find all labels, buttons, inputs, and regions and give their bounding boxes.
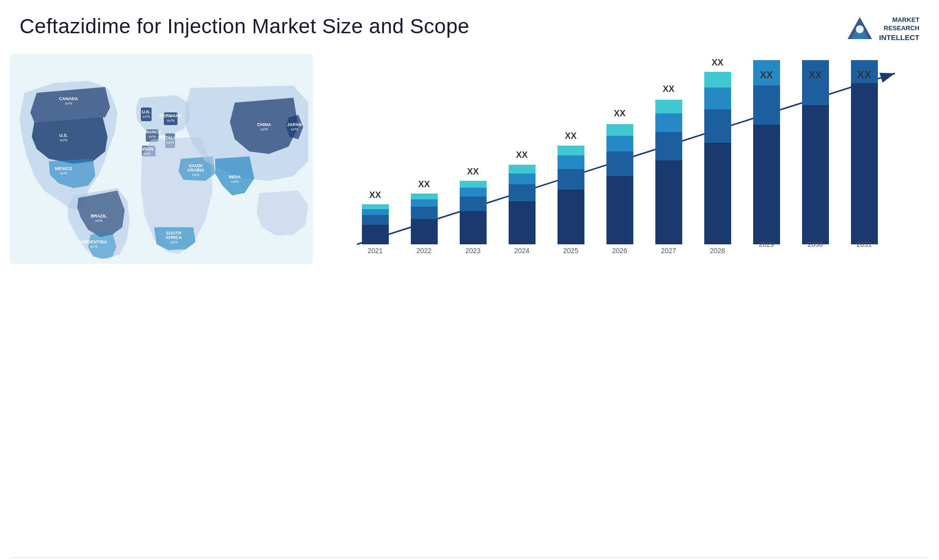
svg-rect-58 <box>655 132 682 160</box>
svg-rect-36 <box>460 181 487 188</box>
svg-rect-27 <box>411 219 438 244</box>
svg-rect-45 <box>558 190 584 244</box>
canada-label: CANADA <box>59 96 78 101</box>
year-2021: 2021 <box>367 247 382 255</box>
svg-rect-47 <box>558 155 584 169</box>
svg-text:xx%: xx% <box>170 240 177 244</box>
svg-rect-51 <box>606 176 633 244</box>
svg-rect-60 <box>655 100 682 113</box>
us-label: U.S. <box>59 133 68 138</box>
svg-text:xx%: xx% <box>95 218 102 223</box>
svg-text:ARABIA: ARABIA <box>187 168 204 172</box>
section-divider <box>10 558 929 558</box>
svg-text:xx%: xx% <box>143 151 150 156</box>
svg-rect-39 <box>509 201 536 244</box>
svg-rect-54 <box>606 124 633 136</box>
svg-rect-48 <box>558 146 584 155</box>
svg-rect-59 <box>655 113 682 132</box>
world-map: CANADA xx% U.S. xx% MEXICO xx% BRAZIL xx… <box>10 54 313 264</box>
bar-2021-s1 <box>362 225 389 244</box>
svg-text:2031: 2031 <box>856 240 872 248</box>
svg-text:xx%: xx% <box>90 244 97 249</box>
svg-text:XX: XX <box>712 59 723 67</box>
svg-rect-52 <box>606 151 633 176</box>
svg-text:2029: 2029 <box>759 240 774 248</box>
svg-text:xx%: xx% <box>167 118 174 123</box>
mexico-label: MEXICO <box>55 166 72 171</box>
logo-icon <box>845 15 874 44</box>
svg-text:2025: 2025 <box>563 247 578 255</box>
svg-rect-63 <box>704 143 731 244</box>
svg-rect-57 <box>655 160 682 244</box>
svg-text:XX: XX <box>614 108 626 118</box>
logo-area: MARKET RESEARCH INTELLECT <box>845 15 920 44</box>
svg-rect-28 <box>411 207 438 219</box>
svg-text:XX: XX <box>809 69 822 80</box>
svg-text:2022: 2022 <box>416 247 431 255</box>
svg-text:xx%: xx% <box>192 172 199 177</box>
svg-rect-30 <box>411 194 438 199</box>
bar-2021-s3 <box>362 209 389 215</box>
svg-rect-70 <box>753 86 780 125</box>
svg-rect-69 <box>753 125 780 244</box>
svg-rect-66 <box>704 72 731 87</box>
svg-text:xx%: xx% <box>231 179 238 184</box>
italy-label: ITALY <box>164 135 177 140</box>
svg-text:XX: XX <box>760 69 773 80</box>
top-content: CANADA xx% U.S. xx% MEXICO xx% BRAZIL xx… <box>0 54 939 555</box>
svg-rect-35 <box>460 188 487 196</box>
svg-text:XX: XX <box>663 84 674 94</box>
svg-text:XX: XX <box>857 68 872 81</box>
svg-rect-41 <box>509 173 536 184</box>
germany-label: GERMANY <box>159 113 182 118</box>
svg-text:2028: 2028 <box>710 247 725 255</box>
growth-chart: XX 2021 XX 2022 XX 2023 <box>333 59 919 264</box>
svg-text:AFRICA: AFRICA <box>165 235 182 240</box>
svg-text:xx%: xx% <box>142 114 150 119</box>
logo-text: MARKET RESEARCH INTELLECT <box>879 16 920 42</box>
svg-rect-76 <box>851 83 878 244</box>
svg-text:xx%: xx% <box>260 127 268 131</box>
svg-text:XX: XX <box>418 179 430 189</box>
svg-rect-74 <box>802 60 829 105</box>
brazil-label: BRAZIL <box>91 214 107 218</box>
map-section: CANADA xx% U.S. xx% MEXICO xx% BRAZIL xx… <box>10 54 313 555</box>
svg-text:XX: XX <box>516 150 528 160</box>
svg-text:xx%: xx% <box>291 127 298 131</box>
svg-rect-34 <box>460 196 487 211</box>
chart-section: XX 2021 XX 2022 XX 2023 <box>323 54 929 555</box>
svg-text:XX: XX <box>467 167 479 176</box>
svg-text:2023: 2023 <box>465 247 480 255</box>
bar-2021-label: XX <box>369 190 381 200</box>
india-label: INDIA <box>229 174 241 179</box>
page-title: Ceftazidime for Injection Market Size an… <box>20 15 470 38</box>
svg-text:xx%: xx% <box>148 134 156 139</box>
svg-text:xx%: xx% <box>65 101 72 106</box>
svg-text:xx%: xx% <box>60 138 67 142</box>
bar-2021-s4 <box>362 204 389 209</box>
svg-rect-40 <box>509 184 536 201</box>
bar-2021-s2 <box>362 215 389 225</box>
svg-rect-73 <box>802 105 829 244</box>
argentina-label: ARGENTINA <box>81 239 107 244</box>
japan-label: JAPAN <box>287 122 302 127</box>
svg-rect-64 <box>704 109 731 143</box>
svg-text:2030: 2030 <box>807 240 823 248</box>
svg-rect-42 <box>509 165 536 173</box>
svg-rect-33 <box>460 211 487 244</box>
svg-text:XX: XX <box>565 131 577 141</box>
svg-rect-29 <box>411 199 438 207</box>
svg-point-2 <box>856 25 864 33</box>
svg-text:xx%: xx% <box>166 140 174 145</box>
header: Ceftazidime for Injection Market Size an… <box>0 0 939 54</box>
svg-text:xx%: xx% <box>60 171 67 175</box>
spain-label: SPAIN <box>140 147 154 151</box>
svg-text:2024: 2024 <box>514 247 529 255</box>
svg-rect-53 <box>606 136 633 151</box>
svg-rect-46 <box>558 169 584 190</box>
svg-text:2026: 2026 <box>612 247 627 255</box>
france-label: FRANCE <box>143 129 161 134</box>
uk-label: U.K. <box>142 109 151 114</box>
growth-chart-svg: XX 2021 XX 2022 XX 2023 <box>333 59 919 264</box>
svg-text:2027: 2027 <box>661 247 676 255</box>
